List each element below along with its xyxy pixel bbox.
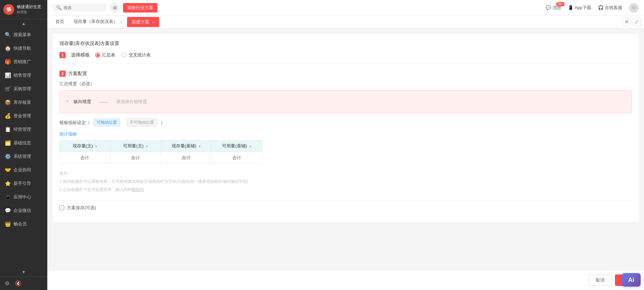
sidebar-item-search-menu[interactable]: 🔍 搜索菜单 xyxy=(0,28,47,42)
marketing-icon: 🎁 xyxy=(5,59,11,65)
dimension-placeholder[interactable]: 请选择分组维度 xyxy=(116,99,147,105)
member-icon: 👑 xyxy=(5,221,11,227)
tab-inventory-status[interactable]: 现存量（库存状况表） × xyxy=(69,16,127,28)
chevron-down-icon-4: ∨ xyxy=(249,144,251,148)
stats-col-1: 现存量(主) ∨ 合计 xyxy=(60,140,110,164)
sidebar-item-system[interactable]: ⚙️ 系统管理 xyxy=(0,150,47,163)
step2-badge: 2 xyxy=(59,71,66,77)
tip-item-2: 2.点击标题栏下拉可设置排序、插入列和删除列 xyxy=(59,187,144,192)
app-download-button[interactable]: 📱 App下载 xyxy=(568,5,591,11)
sidebar-item-marketing[interactable]: 🎁 营销推广 xyxy=(0,55,47,69)
sound-icon[interactable]: 🔇 xyxy=(15,280,22,287)
tab-collapse-button[interactable]: ✕ xyxy=(622,18,630,26)
sidebar-item-purchase[interactable]: 🛒 采购管理 xyxy=(0,82,47,96)
radio-cross-label: 交叉统计表 xyxy=(129,52,151,58)
basic-info-icon: 🗂️ xyxy=(5,140,11,146)
sidebar-item-sales[interactable]: 📊 销售管理 xyxy=(0,69,47,82)
non-draggable-badge: 不可拖动位置 xyxy=(127,119,157,126)
sidebar-logo: 畅 畅捷通好生意 标准版 xyxy=(0,0,47,19)
sidebar-item-finance[interactable]: 💰 资金管理 xyxy=(0,109,47,123)
sidebar: 畅 畅捷通好生意 标准版 ▲ 🔍 搜索菜单 🏠 快捷导航 🎁 营销推广 📊 销售… xyxy=(0,0,47,290)
sidebar-item-inventory[interactable]: 📦 库存核算 xyxy=(0,96,47,109)
app-center-icon: 📱 xyxy=(5,194,11,200)
stats-col-4: 可用量(基辅) ∨ 合计 xyxy=(212,140,262,164)
stats-col-2-header[interactable]: 可用量(主) ∨ xyxy=(110,140,161,152)
tab-inventory-close[interactable]: × xyxy=(120,20,122,24)
indicator-suffix: ） xyxy=(160,120,165,126)
avatar: U xyxy=(629,3,639,13)
radio-cross[interactable]: 交叉统计表 xyxy=(122,52,151,58)
quick-nav-icon: 🏠 xyxy=(5,45,11,51)
required-dimension-area: * 纵向维度 —— 请选择分组维度 xyxy=(59,90,632,113)
stats-section-title: 统计指标 xyxy=(59,131,632,137)
sidebar-item-quick-nav[interactable]: 🏠 快捷导航 xyxy=(0,42,47,55)
sidebar-item-basic-info[interactable]: 🗂️ 基础信息 xyxy=(0,136,47,150)
sidebar-item-label: 系统管理 xyxy=(14,153,31,160)
save-option-row: 方案保存(可选) xyxy=(59,200,632,215)
tab-home[interactable]: 首页 xyxy=(51,16,69,28)
sidebar-scroll-up[interactable]: ▲ xyxy=(0,20,47,27)
stats-col-4-header[interactable]: 可用量(基辅) ∨ xyxy=(212,140,262,152)
stats-col-1-header[interactable]: 现存量(主) ∨ xyxy=(60,140,110,152)
config-panel: 现存量(库存状况表)方案设置 1 选择模板 汇总表 交叉统计表 xyxy=(53,34,639,222)
sidebar-item-label: 库存核算 xyxy=(14,99,31,105)
radio-summary[interactable]: 汇总表 xyxy=(95,52,115,58)
chevron-down-icon-2: ∨ xyxy=(146,144,148,148)
sidebar-item-label: 搜索菜单 xyxy=(14,32,31,38)
message-button[interactable]: 💬 消息 99+ xyxy=(546,5,561,11)
template-radio-group: 汇总表 交叉统计表 xyxy=(95,52,151,58)
settings-icon[interactable]: ⚙ xyxy=(5,280,9,287)
purchase-icon: 🛒 xyxy=(5,86,11,92)
operations-icon: 📋 xyxy=(5,126,11,132)
stats-col-3-header[interactable]: 现存量(基辅) ∨ xyxy=(161,140,212,152)
sidebar-item-new-guide[interactable]: ⭐ 新手引导 xyxy=(0,177,47,190)
main-area: 🔍 ⚙ 体验行业方案 💬 消息 99+ 📱 App下载 🎧 在线客服 xyxy=(47,0,644,290)
user-avatar[interactable]: U xyxy=(629,3,639,13)
topbar-left: 🔍 ⚙ 体验行业方案 xyxy=(53,3,157,13)
chevron-down-icon-3: ∨ xyxy=(198,144,201,148)
tab-new-plan-label: 新建方案 xyxy=(132,19,149,25)
sidebar-item-label: 企业微信 xyxy=(14,208,31,214)
stats-col-2: 可用量(主) ∨ 合计 xyxy=(110,140,161,164)
online-service-button[interactable]: 🎧 在线客服 xyxy=(598,5,622,11)
sidebar-item-member[interactable]: 👑 畅会员 xyxy=(0,217,47,231)
sidebar-item-label: 营销推广 xyxy=(14,59,31,65)
radio-summary-label: 汇总表 xyxy=(102,52,115,58)
message-badge: 99+ xyxy=(556,2,565,6)
tab-new-close[interactable]: × xyxy=(152,20,154,24)
sidebar-bottom: ⚙ 🔇 xyxy=(0,276,47,290)
step1-label: 选择模板 xyxy=(71,52,90,58)
save-checkbox[interactable] xyxy=(59,206,64,210)
sidebar-item-label: 基础信息 xyxy=(14,140,31,146)
sidebar-item-operations[interactable]: 📋 经营管理 xyxy=(0,123,47,136)
tabs-right-controls: ✕ ⤢ xyxy=(622,18,641,26)
sidebar-item-enterprise[interactable]: 🤝 企业协同 xyxy=(0,163,47,177)
page-title: 现存量(库存状况表)方案设置 xyxy=(59,41,632,47)
footer-bar: 取消 查询 xyxy=(47,270,644,290)
tab-expand-button[interactable]: ⤢ xyxy=(633,18,641,26)
dimension-field-label: 纵向维度 xyxy=(74,99,91,105)
stats-col-3-label: 现存量(基辅) xyxy=(172,143,197,149)
app-logo-icon: 畅 xyxy=(3,4,14,15)
app-edition: 标准版 xyxy=(17,10,41,15)
tab-new-plan[interactable]: 新建方案 × xyxy=(127,17,159,27)
chevron-down-icon-1: ∨ xyxy=(95,144,97,148)
sidebar-scroll-down[interactable]: ▼ xyxy=(0,268,47,276)
sidebar-item-label: 资金管理 xyxy=(14,113,31,119)
topbar-gear-button[interactable]: ⚙ xyxy=(110,3,120,13)
sidebar-nav: 🔍 搜索菜单 🏠 快捷导航 🎁 营销推广 📊 销售管理 🛒 采购管理 📦 库存核… xyxy=(0,28,47,268)
summary-dimension-label: 汇总维度（必选） xyxy=(59,81,632,87)
enterprise-icon: 🤝 xyxy=(5,167,11,173)
stats-col-3-cell: 合计 xyxy=(161,152,212,164)
ai-badge[interactable]: Ai xyxy=(622,273,641,287)
sidebar-item-wechat[interactable]: 💬 企业微信 xyxy=(0,204,47,217)
trial-button[interactable]: 体验行业方案 xyxy=(123,3,157,13)
search-input[interactable] xyxy=(64,5,103,10)
stats-col-4-label: 可用量(基辅) xyxy=(222,143,247,149)
inventory-icon: 📦 xyxy=(5,99,11,105)
sidebar-item-app-center[interactable]: 📱 应用中心 xyxy=(0,190,47,204)
cancel-button[interactable]: 取消 xyxy=(589,274,612,286)
sidebar-item-label: 采购管理 xyxy=(14,86,31,92)
sidebar-item-label: 新手引导 xyxy=(14,180,31,187)
dimension-dash: —— xyxy=(99,99,108,104)
